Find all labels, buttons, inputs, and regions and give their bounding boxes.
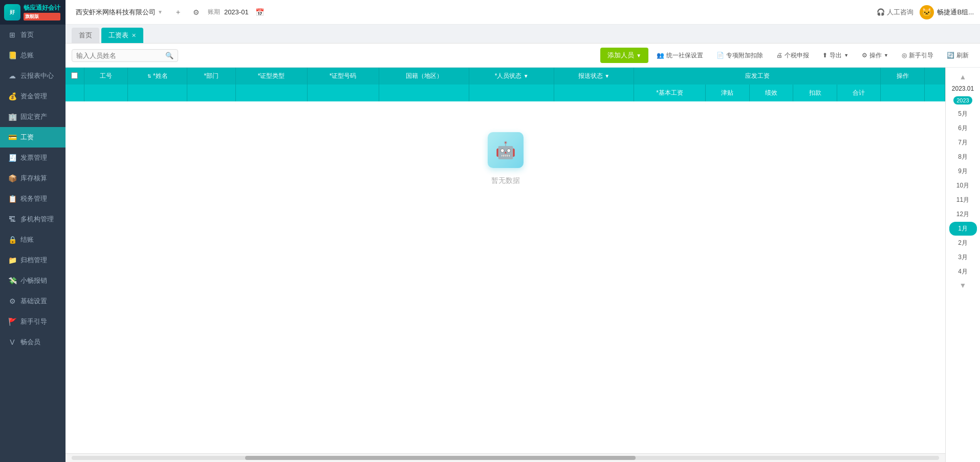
main-area: 西安虾米网络科技有限公司 ▼ ＋ ⚙ 账期 2023-01 📅 🎧 人工咨询 🐱… (66, 0, 980, 462)
month-item-7[interactable]: 7月 (949, 136, 977, 150)
scrollbar-thumb[interactable] (245, 456, 636, 460)
sidebar-label-inventory: 库存核算 (20, 174, 47, 183)
month-item-5[interactable]: 5月 (949, 107, 977, 121)
sidebar-icon-multi-org: 🏗 (8, 215, 16, 223)
sidebar-icon-close: 🔒 (8, 236, 16, 244)
sidebar-label-archive: 归档管理 (20, 256, 47, 265)
social-security-btn[interactable]: 👥 统一社保设置 (651, 49, 708, 62)
th-country: 国籍（地区） (379, 68, 469, 85)
tab-salary-table[interactable]: 工资表✕ (101, 28, 143, 43)
sidebar-item-salary[interactable]: 💳工资 (0, 127, 66, 148)
sidebar-icon-home: ⊞ (8, 31, 16, 39)
sidebar-icon-fund: 💰 (8, 92, 16, 100)
sidebar-label-home: 首页 (20, 30, 34, 39)
table-wrap[interactable]: 工号 ⇅ *姓名 *部门 *证型类型 *证型号码 国籍（地区） (66, 68, 945, 453)
logo-tag: 旗舰版 (24, 13, 60, 20)
tab-close-salary-table[interactable]: ✕ (132, 32, 136, 38)
company-selector[interactable]: 西安虾米网络科技有限公司 ▼ (72, 6, 167, 19)
th2-allowance: 津贴 (706, 85, 750, 101)
th2-dept (187, 85, 235, 101)
sidebar-item-expense[interactable]: 💸小畅报销 (0, 270, 66, 291)
toolbar-right: 添加人员 ▼ 👥 统一社保设置 📄 专项附加扣除 🖨 个税申报 ⬆ 导 (600, 48, 974, 63)
month-item-3[interactable]: 3月 (949, 250, 977, 264)
scroll-up-btn[interactable]: ▲ (957, 71, 969, 83)
sidebar-label-close: 结账 (20, 235, 34, 244)
tax-report-btn[interactable]: 🖨 个税申报 (771, 49, 814, 62)
sidebar-item-cloud-report[interactable]: ☁云报表中心 (0, 66, 66, 86)
month-item-1[interactable]: 1月 (949, 222, 977, 236)
deduct-label: 专项附加扣除 (726, 51, 763, 60)
sidebar-item-settings[interactable]: ⚙基础设置 (0, 291, 66, 311)
sidebar-icon-guide: 🚩 (8, 318, 16, 326)
sidebar-label-invoice: 发票管理 (20, 153, 47, 162)
add-person-btn[interactable]: 添加人员 ▼ (600, 48, 648, 63)
search-input-wrap[interactable]: 🔍 (72, 49, 178, 62)
tabbar: 首页工资表✕ (66, 25, 980, 44)
th2-id-type (235, 85, 307, 101)
th-report-status[interactable]: 报送状态 ▼ (554, 68, 634, 85)
sidebar-item-member[interactable]: V畅会员 (0, 332, 66, 352)
sidebar-item-home[interactable]: ⊞首页 (0, 25, 66, 45)
sidebar-item-fixed-assets[interactable]: 🏢固定资产 (0, 107, 66, 127)
social-label: 统一社保设置 (666, 51, 703, 60)
th2-name (128, 85, 187, 101)
settings-btn[interactable]: ⚙ (189, 5, 204, 19)
th2-checkbox (66, 85, 84, 101)
service-btn[interactable]: 🎧 人工咨询 (877, 8, 913, 17)
user-info[interactable]: 🐱 畅捷通B组... (920, 5, 974, 19)
operate-label: 操作 (869, 51, 882, 60)
user-avatar: 🐱 (920, 5, 934, 19)
month-item-10[interactable]: 10月 (949, 179, 977, 193)
month-item-4[interactable]: 4月 (949, 265, 977, 279)
operate-arrow: ▼ (884, 53, 888, 58)
month-item-11[interactable]: 11月 (949, 193, 977, 207)
th-name[interactable]: ⇅ *姓名 (128, 68, 187, 85)
sidebar-label-salary: 工资 (20, 133, 34, 142)
th-checkbox[interactable] (66, 68, 84, 85)
user-name: 畅捷通B组... (937, 8, 974, 17)
tab-home[interactable]: 首页 (72, 28, 99, 43)
topbar: 西安虾米网络科技有限公司 ▼ ＋ ⚙ 账期 2023-01 📅 🎧 人工咨询 🐱… (66, 0, 980, 25)
sidebar-item-close[interactable]: 🔒结账 (0, 229, 66, 250)
month-item-8[interactable]: 8月 (949, 150, 977, 164)
period-value: 2023-01 (224, 8, 249, 16)
content-area: 🔍 添加人员 ▼ 👥 统一社保设置 📄 专项附加扣除 🖨 个税申报 (66, 44, 980, 462)
sidebar-item-ledger[interactable]: 📒总账 (0, 45, 66, 66)
export-arrow: ▼ (844, 53, 848, 58)
horizontal-scrollbar[interactable] (66, 453, 945, 462)
month-item-12[interactable]: 12月 (949, 207, 977, 221)
year-badge[interactable]: 2023 (953, 96, 972, 104)
sidebar-item-inventory[interactable]: 📦库存核算 (0, 168, 66, 188)
sidebar-item-multi-org[interactable]: 🏗多机构管理 (0, 209, 66, 229)
sidebar-item-guide[interactable]: 🚩新手引导 (0, 311, 66, 332)
th-status[interactable]: *人员状态 ▼ (469, 68, 554, 85)
th2-action (925, 85, 945, 101)
operate-icon: ⚙ (862, 52, 867, 59)
export-label: 导出 (830, 51, 842, 60)
add-company-btn[interactable]: ＋ (171, 5, 185, 19)
sidebar-item-invoice[interactable]: 🧾发票管理 (0, 148, 66, 168)
logo-text: 畅应通好会计 (24, 4, 60, 12)
right-panel: ▲ 2023.01 2023 5月6月7月8月9月10月11月12月1月2月3月… (945, 68, 980, 462)
special-deduct-btn[interactable]: 📄 专项附加扣除 (711, 49, 768, 62)
sidebar-label-expense: 小畅报销 (20, 276, 47, 285)
select-all-checkbox[interactable] (71, 72, 78, 79)
sidebar-item-tax[interactable]: 📋税务管理 (0, 188, 66, 209)
tax-icon: 🖨 (776, 52, 782, 59)
month-item-6[interactable]: 6月 (949, 121, 977, 135)
sidebar-icon-ledger: 📒 (8, 51, 16, 59)
scroll-down-btn[interactable]: ▼ (957, 279, 969, 291)
sidebar-item-fund[interactable]: 💰资金管理 (0, 86, 66, 107)
calendar-icon[interactable]: 📅 (253, 5, 267, 19)
guide-label: 新手引导 (909, 51, 933, 60)
operate-btn[interactable]: ⚙ 操作 ▼ (857, 49, 894, 62)
month-item-2[interactable]: 2月 (949, 236, 977, 250)
sidebar-item-archive[interactable]: 📁归档管理 (0, 250, 66, 270)
guide-btn[interactable]: ◎ 新手引导 (897, 49, 939, 62)
search-input[interactable] (76, 52, 162, 59)
export-btn[interactable]: ⬆ 导出 ▼ (817, 49, 854, 62)
month-item-9[interactable]: 9月 (949, 164, 977, 178)
sidebar-logo[interactable]: 好 畅应通好会计 旗舰版 (0, 0, 66, 25)
empty-state: 🤖 暂无数据 (66, 101, 945, 216)
refresh-btn[interactable]: 🔄 刷新 (942, 49, 974, 62)
